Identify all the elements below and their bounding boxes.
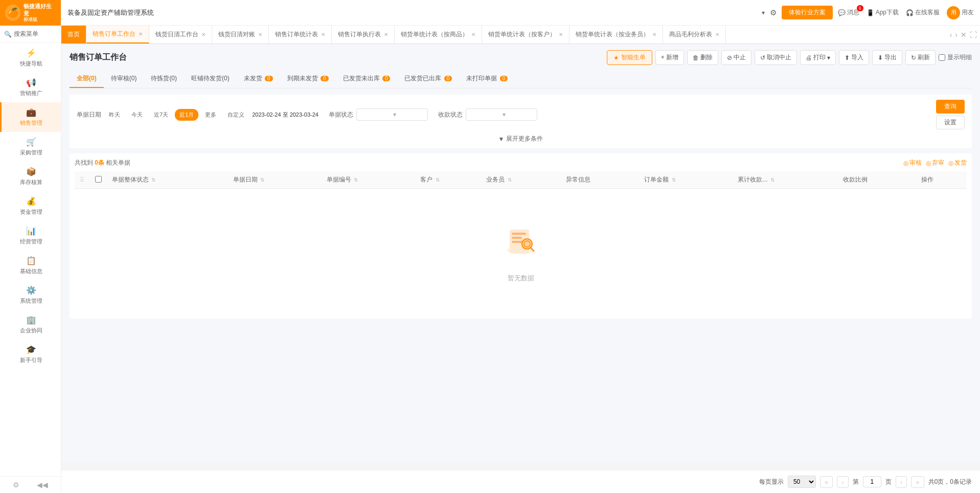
status-select[interactable]: ▾: [356, 108, 428, 121]
date-btn-1month[interactable]: 近1月: [175, 109, 198, 121]
sidebar-item-sales[interactable]: 💼 销售管理: [0, 102, 61, 132]
sidebar-item-guide[interactable]: 🎓 新手引导: [0, 340, 61, 369]
print-btn[interactable]: 🖨 打印 ▾: [800, 50, 836, 65]
th-customer[interactable]: 客户 ⇅: [415, 171, 481, 189]
sidebar-item-quick-nav[interactable]: ⚡ 快捷导航: [0, 43, 61, 73]
th-date[interactable]: 单据日期 ⇅: [228, 171, 322, 189]
star-icon: ★: [613, 54, 619, 61]
box-icon: 📦: [26, 167, 36, 176]
review-btn[interactable]: ◎ 审核: [903, 159, 922, 167]
query-btn[interactable]: 查询: [936, 100, 965, 114]
close-tab-product-margin[interactable]: ✕: [715, 32, 719, 37]
tab-sales-summary-customer[interactable]: 销货单统计表（按客户） ✕: [482, 26, 569, 43]
tab-sales-order[interactable]: 销售订单工作台 ✕: [86, 26, 149, 43]
horizontal-scrollbar[interactable]: [61, 462, 980, 470]
close-tab-sales-stats[interactable]: ✕: [321, 32, 325, 37]
th-checkbox[interactable]: [90, 171, 107, 189]
date-btn-yesterday[interactable]: 昨天: [104, 109, 125, 121]
subtab-shipped-not-out[interactable]: 已发货未出库 0: [336, 70, 398, 88]
ship-btn[interactable]: ◎ 发货: [948, 159, 967, 167]
close-tab-sales-order[interactable]: ✕: [139, 31, 143, 37]
subtab-not-shipped[interactable]: 未发货 0: [237, 70, 280, 88]
subtab-not-printed[interactable]: 未打印单据 0: [459, 70, 515, 88]
tab-sales-summary-staff[interactable]: 销货单统计表（按业务员） ✕: [569, 26, 663, 43]
subtab-shipped-out[interactable]: 已发货已出库 0: [397, 70, 459, 88]
tab-cash-reconcile[interactable]: 钱货日清对账 ✕: [212, 26, 269, 43]
payment-select[interactable]: ▾: [466, 108, 537, 121]
industry-btn[interactable]: 体验行业方案: [782, 6, 833, 19]
th-status[interactable]: 单据整体状态 ⇅: [107, 171, 228, 189]
show-detail-input[interactable]: [939, 54, 945, 61]
tab-maximize-icon[interactable]: ⛶: [969, 30, 978, 40]
add-btn[interactable]: + 新增: [655, 50, 684, 65]
search-menu[interactable]: 🔍 搜索菜单: [0, 26, 61, 43]
online-service-item[interactable]: 🎧 在线客服: [906, 8, 940, 17]
subtab-wangpu-pending[interactable]: 旺铺待发货(0): [184, 70, 237, 88]
empty-state: 暂无数据: [75, 189, 967, 313]
tab-next-icon[interactable]: ›: [954, 30, 959, 40]
sidebar-item-system[interactable]: ⚙️ 系统管理: [0, 280, 61, 310]
date-btn-custom[interactable]: 自定义: [223, 109, 249, 121]
date-btn-7days[interactable]: 近7天: [149, 109, 173, 121]
main-area: 装备及固定资产辅助管理系统 ▾ ⚙ 体验行业方案 💬 6 消息 📱 App下载 …: [61, 0, 980, 493]
tab-pin-icon[interactable]: ✕: [960, 30, 968, 40]
subtab-pending-review[interactable]: 待审核(0): [104, 70, 144, 88]
user-avatar-item[interactable]: 用 用友: [947, 6, 974, 19]
per-page-select[interactable]: 10 20 50 100: [788, 476, 816, 488]
tab-sales-summary-product[interactable]: 销货单统计表（按商品） ✕: [395, 26, 482, 43]
pause-btn[interactable]: ⊘ 中止: [721, 50, 751, 65]
message-icon-item[interactable]: 💬 6 消息: [838, 8, 859, 17]
abandon-review-btn[interactable]: ◎ 弃审: [926, 159, 944, 167]
th-number[interactable]: 单据编号 ⇅: [322, 171, 415, 189]
current-page-input[interactable]: [863, 476, 881, 487]
expand-filter-btn[interactable]: ▼ 展开更多条件: [498, 135, 543, 143]
date-btn-more[interactable]: 更多: [200, 109, 221, 121]
refresh-btn[interactable]: ↻ 刷新: [905, 50, 936, 65]
sidebar-item-inventory[interactable]: 📦 库存核算: [0, 162, 61, 191]
tab-cash-daily[interactable]: 钱货日清工作台 ✕: [149, 26, 212, 43]
th-staff[interactable]: 业务员 ⇅: [481, 171, 561, 189]
show-detail-checkbox[interactable]: 显示明细: [939, 53, 972, 62]
tab-sales-exec[interactable]: 销售订单执行表 ✕: [332, 26, 395, 43]
tab-home[interactable]: 首页: [61, 26, 86, 43]
content-area: 销售订单工作台 ★ 智能生单 + 新增 🗑 删除 ⊘ 中止: [61, 44, 980, 462]
tab-product-margin[interactable]: 商品毛利分析表 ✕: [663, 26, 726, 43]
date-btn-today[interactable]: 今天: [127, 109, 147, 121]
close-tab-sales-summary-staff[interactable]: ✕: [652, 32, 656, 37]
close-tab-cash-daily[interactable]: ✕: [201, 32, 206, 37]
topbar-gear-icon[interactable]: ⚙: [770, 8, 777, 17]
tab-sales-stats[interactable]: 销售订单统计表 ✕: [269, 26, 332, 43]
sidebar-item-enterprise[interactable]: 🏢 企业协同: [0, 310, 61, 340]
subtab-pending-inspect[interactable]: 待拣货(0): [144, 70, 184, 88]
cancel-pause-btn[interactable]: ↺ 取消中止: [755, 50, 797, 65]
sidebar-item-finance[interactable]: 💰 资金管理: [0, 191, 61, 221]
th-received[interactable]: 累计收款... ⇅: [733, 171, 838, 189]
prev-page-btn[interactable]: ‹: [837, 476, 848, 488]
sidebar-item-basic-info[interactable]: 📋 基础信息: [0, 251, 61, 280]
smart-create-btn[interactable]: ★ 智能生单: [607, 50, 652, 65]
subtab-all[interactable]: 全部(0): [70, 70, 104, 88]
setting-btn[interactable]: 设置: [936, 116, 965, 129]
delete-btn[interactable]: 🗑 删除: [687, 50, 718, 65]
collapse-icon[interactable]: ◀◀: [37, 481, 48, 489]
close-tab-sales-summary-product[interactable]: ✕: [471, 32, 475, 37]
export-btn[interactable]: ⬇ 导出: [872, 50, 902, 65]
close-tab-sales-summary-customer[interactable]: ✕: [559, 32, 563, 37]
first-page-btn[interactable]: «: [820, 476, 833, 488]
sidebar-item-operations[interactable]: 📊 经营管理: [0, 221, 61, 251]
app-download-item[interactable]: 📱 App下载: [867, 8, 899, 17]
th-amount[interactable]: 订单金额 ⇅: [639, 171, 733, 189]
system-dropdown[interactable]: ▾: [762, 9, 765, 16]
settings-icon[interactable]: ⚙: [13, 481, 19, 489]
tab-prev-icon[interactable]: ‹: [949, 30, 953, 40]
close-tab-sales-exec[interactable]: ✕: [384, 32, 388, 37]
import-btn[interactable]: ⬆ 导入: [839, 50, 869, 65]
sidebar-item-purchase[interactable]: 🛒 采购管理: [0, 132, 61, 162]
subtab-overdue-not-shipped[interactable]: 到期未发货 0: [280, 70, 336, 88]
last-page-btn[interactable]: »: [911, 476, 924, 488]
sidebar-item-marketing[interactable]: 📢 营销推广: [0, 73, 61, 102]
close-tab-cash-reconcile[interactable]: ✕: [258, 32, 262, 37]
sort-date-icon: ⇅: [260, 177, 264, 183]
next-page-btn[interactable]: ›: [896, 476, 907, 488]
select-all-checkbox[interactable]: [95, 176, 102, 183]
